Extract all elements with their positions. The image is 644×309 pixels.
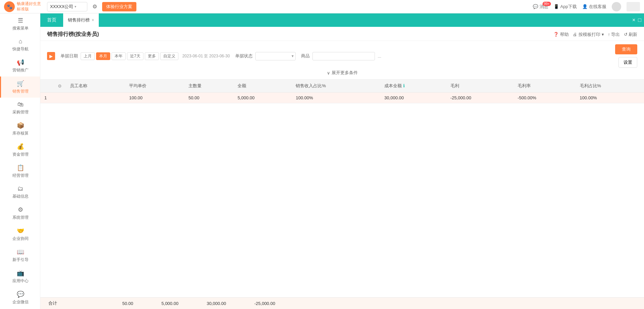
sidebar-item-enterprise-collab[interactable]: 🤝 企业协同 (0, 224, 40, 245)
filter-toggle-btn[interactable]: ▶ (47, 52, 55, 60)
sidebar-item-finance[interactable]: 💰 资金管理 (0, 140, 40, 161)
sidebar-item-label: 销售管理 (12, 89, 29, 94)
sidebar-item-label: 企业协同 (12, 236, 29, 242)
enterprise-wechat-icon: 💬 (17, 291, 24, 298)
sidebar-item-label: 企业微信 (12, 299, 29, 305)
sidebar-item-label: 库存核算 (12, 131, 29, 136)
sidebar-item-search-order[interactable]: ☰ 搜索菜单 (0, 13, 40, 35)
sidebar: ☰ 搜索菜单 ⌂ 快捷导航 📢 营销推广 🛒 销售管理 🛍 采购管理 📦 库存核… (0, 13, 40, 309)
cell-cost-amount: 30,000.00 (380, 93, 446, 103)
sidebar-item-marketing[interactable]: 📢 营销推广 (0, 55, 40, 76)
expand-filters-btn[interactable]: ∨ 展开更多条件 (47, 70, 637, 76)
status-filter-group: 单据状态 (235, 52, 296, 60)
table-footer: 合计 50.00 5,000.00 30,000.00 -25,000.00 (40, 297, 644, 309)
cell-rank: 1 (40, 93, 54, 103)
sidebar-item-sales-mgmt[interactable]: 🛒 销售管理 (0, 76, 40, 98)
tab-maximize-icon[interactable]: □ (638, 17, 641, 23)
logo-area: 🐾 畅康通好生意 标准版 (4, 1, 44, 12)
this-year-btn[interactable]: 本年 (112, 52, 126, 60)
online-service-btn[interactable]: 👤 在线客服 (582, 4, 606, 10)
sidebar-item-label: 营销推广 (12, 67, 29, 73)
page-header: 销售排行榜(按业务员) ❓ 帮助 🖨 按模板打印 ▾ ↑ 导出 (40, 27, 644, 41)
more-filters-btn[interactable]: ... (378, 54, 381, 59)
footer-label: 合计 (44, 300, 98, 306)
table-header-row: ⚙ 员工名称 平均单价 主数量 全额 销售收入占比% 成本全额 ℹ 毛利 毛利率… (40, 80, 644, 93)
app-download-btn[interactable]: 📱 App下载 (554, 4, 577, 10)
company-selector[interactable]: XXXXX公司 ▾ (47, 2, 87, 11)
sidebar-item-app-center[interactable]: 📺 应用中心 (0, 266, 40, 287)
cell-name (66, 93, 125, 103)
sidebar-item-label: 应用中心 (12, 278, 29, 284)
avatar[interactable] (612, 2, 621, 11)
tab-home[interactable]: 首页 (40, 13, 63, 27)
sidebar-item-beginner-guide[interactable]: 📖 新手引导 (0, 245, 40, 266)
template-print-button[interactable]: 🖨 按模板打印 ▾ (573, 32, 604, 38)
refresh-button[interactable]: ↺ 刷新 (624, 32, 637, 38)
tab-close-icon[interactable]: × (92, 18, 94, 22)
sidebar-item-label: 系统管理 (12, 215, 29, 220)
th-gross-margin: 毛利率 (514, 80, 576, 93)
sidebar-item-inventory[interactable]: 📦 库存核算 (0, 118, 40, 140)
cell-gross-margin: -500.00% (514, 93, 576, 103)
query-button[interactable]: 查询 (615, 44, 637, 54)
purchase-mgmt-icon: 🛍 (17, 101, 24, 108)
goods-input[interactable] (312, 52, 375, 60)
column-settings-button[interactable]: 设置 (618, 57, 637, 68)
sidebar-item-basic-info[interactable]: 🗂 基础信息 (0, 182, 40, 203)
goods-filter-label: 商品 (301, 53, 310, 59)
app-center-icon: 📺 (17, 269, 24, 277)
page-title: 销售排行榜(按业务员) (47, 31, 99, 38)
sidebar-item-enterprise-wechat[interactable]: 💬 企业微信 (0, 287, 40, 308)
cost-info-icon[interactable]: ℹ (403, 83, 405, 88)
this-month-btn[interactable]: 本月 (96, 52, 110, 60)
user-name[interactable] (627, 2, 640, 11)
status-select[interactable] (255, 52, 296, 60)
help-button[interactable]: ❓ 帮助 (553, 32, 569, 38)
chevron-down-icon: ∨ (327, 70, 330, 75)
sidebar-item-operations[interactable]: 📋 经营管理 (0, 161, 40, 182)
cell-avg-price: 100.00 (125, 93, 184, 103)
sidebar-item-label: 资金管理 (12, 152, 29, 157)
cell-settings (54, 93, 66, 103)
last7days-btn[interactable]: 近7天 (127, 52, 143, 60)
more-date-btn[interactable]: 更多 (145, 52, 159, 60)
trial-button[interactable]: 体验行业方案 (102, 2, 136, 11)
export-button[interactable]: ↑ 导出 (608, 32, 620, 38)
cell-amount: 5,000.00 (233, 93, 292, 103)
refresh-icon: ↺ (624, 32, 628, 37)
filter-row: ▶ 单据日期 上月 本月 本年 近7天 更多 自定义 2023-06-01 至 … (47, 44, 637, 68)
tab-sales-ranking[interactable]: 销售排行榜 × (63, 13, 99, 27)
footer-main-qty: 50.00 (118, 301, 137, 306)
sidebar-item-label: 新手引导 (12, 257, 29, 263)
date-filter-label: 单据日期 (60, 53, 78, 59)
export-icon: ↑ (608, 32, 610, 37)
system-icon: ⚙ (18, 206, 23, 213)
top-bar: 🐾 畅康通好生意 标准版 XXXXX公司 ▾ ⚙ 体验行业方案 💬 消息 99+… (0, 0, 644, 13)
custom-date-btn[interactable]: 自定义 (160, 52, 178, 60)
sidebar-item-system[interactable]: ⚙ 系统管理 (0, 203, 40, 224)
th-settings[interactable]: ⚙ (54, 80, 66, 93)
sidebar-item-purchase-mgmt[interactable]: 🛍 采购管理 (0, 98, 40, 118)
message-icon: 💬 (533, 4, 538, 9)
beginner-guide-icon: 📖 (17, 248, 24, 256)
tab-minimize-icon[interactable]: × (632, 17, 635, 23)
last-month-btn[interactable]: 上月 (81, 52, 95, 60)
sidebar-item-quick-nav[interactable]: ⌂ 快捷导航 (0, 35, 40, 55)
footer-amount: 5,000.00 (158, 301, 183, 306)
footer-gross-profit: -25,000.00 (250, 301, 279, 306)
cell-gross-profit: -25,000.00 (446, 93, 514, 103)
message-btn[interactable]: 💬 消息 99+ (533, 4, 548, 10)
table-container: ⚙ 员工名称 平均单价 主数量 全额 销售收入占比% 成本全额 ℹ 毛利 毛利率… (40, 80, 644, 297)
sidebar-item-label: 经营管理 (12, 173, 29, 178)
message-badge: 99+ (543, 2, 551, 6)
column-config-icon[interactable]: ⚙ (58, 84, 62, 89)
top-right-actions: 💬 消息 99+ 📱 App下载 👤 在线客服 (533, 2, 640, 11)
logo-text: 畅康通好生意 标准版 (17, 1, 41, 12)
inventory-icon: 📦 (17, 122, 24, 129)
settings-icon[interactable]: ⚙ (90, 2, 99, 11)
marketing-icon: 📢 (17, 59, 24, 66)
print-icon: 🖨 (573, 32, 577, 37)
goods-filter-group: 商品 ... (301, 52, 381, 60)
main-layout: ☰ 搜索菜单 ⌂ 快捷导航 📢 营销推广 🛒 销售管理 🛍 采购管理 📦 库存核… (0, 13, 644, 309)
download-icon: 📱 (554, 4, 559, 9)
